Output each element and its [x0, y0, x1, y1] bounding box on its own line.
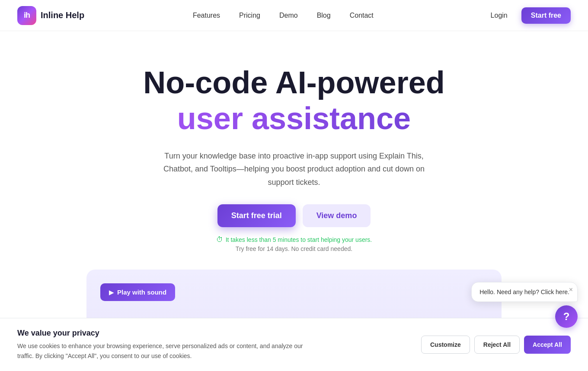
play-icon: ▶ — [109, 289, 114, 296]
cookie-content: We value your privacy We use cookies to … — [17, 329, 311, 361]
logo-text: Inline Help — [41, 10, 84, 20]
nav-pricing[interactable]: Pricing — [231, 8, 268, 23]
nav-contact[interactable]: Contact — [342, 8, 381, 23]
badge-main-text: It takes less than 5 minutes to start he… — [226, 236, 372, 243]
start-free-trial-button[interactable]: Start free trial — [217, 204, 296, 227]
chat-bubble[interactable]: Hello. Need any help? Click here. × — [471, 282, 578, 302]
accept-all-button[interactable]: Accept All — [524, 336, 571, 354]
hero-title-line2: user assistance — [125, 100, 463, 137]
logo[interactable]: ih Inline Help — [17, 6, 84, 25]
nav-demo[interactable]: Demo — [272, 8, 306, 23]
hero-section: No-code AI-powered user assistance Turn … — [108, 31, 480, 270]
customize-button[interactable]: Customize — [421, 336, 470, 354]
view-demo-button[interactable]: View demo — [303, 204, 371, 227]
hero-badge: ⏱ It takes less than 5 minutes to start … — [125, 236, 463, 244]
chat-bubble-text: Hello. Need any help? Click here. — [479, 289, 569, 295]
chat-close-button[interactable]: × — [569, 286, 573, 294]
hero-title-line1: No-code AI-powered — [125, 66, 463, 100]
navbar: ih Inline Help Features Pricing Demo Blo… — [0, 0, 588, 31]
hero-subtitle: Turn your knowledge base into proactive … — [151, 149, 437, 189]
nav-links: Features Pricing Demo Blog Contact — [185, 8, 381, 23]
start-free-button[interactable]: Start free — [521, 7, 571, 24]
cookie-title: We value your privacy — [17, 329, 311, 338]
navbar-actions: Login Start free — [482, 7, 571, 24]
nav-blog[interactable]: Blog — [309, 8, 339, 23]
play-with-sound-button[interactable]: ▶ Play with sound — [100, 283, 175, 301]
chat-widget: Hello. Need any help? Click here. × ? — [471, 282, 578, 328]
nav-features[interactable]: Features — [185, 8, 228, 23]
cookie-buttons: Customize Reject All Accept All — [421, 336, 571, 354]
cookie-text: We use cookies to enhance your browsing … — [17, 341, 311, 361]
chat-question-icon: ? — [563, 311, 570, 323]
clock-icon: ⏱ — [216, 236, 223, 244]
login-button[interactable]: Login — [482, 7, 516, 24]
logo-icon: ih — [17, 6, 36, 25]
chat-icon-button[interactable]: ? — [555, 305, 578, 328]
hero-buttons: Start free trial View demo — [125, 204, 463, 227]
badge-sub-text: Try free for 14 days. No credit card nee… — [125, 245, 463, 252]
reject-all-button[interactable]: Reject All — [474, 336, 520, 354]
play-button-label: Play with sound — [117, 289, 166, 296]
